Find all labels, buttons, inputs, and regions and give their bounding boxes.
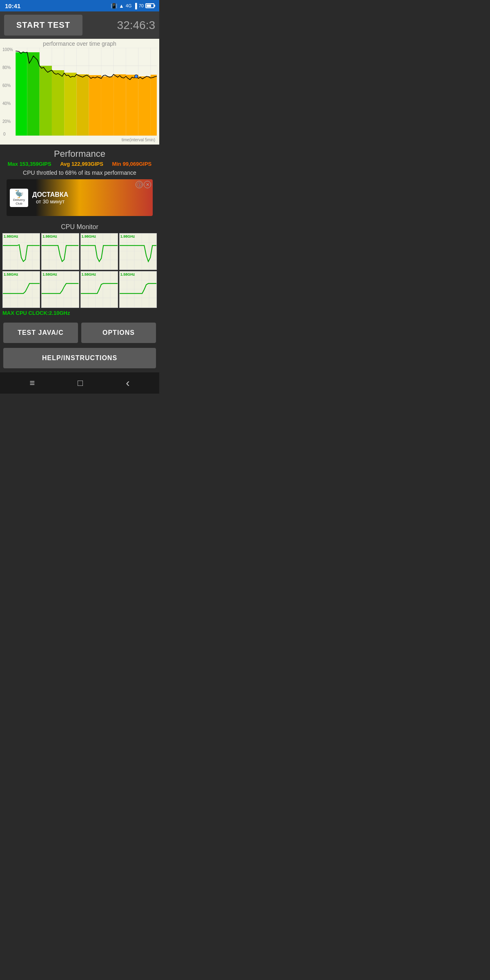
cpu-graph-6 [81,272,118,307]
bottom-buttons: TEST JAVA/C OPTIONS [0,320,159,345]
cpu-graph-0 [3,234,40,270]
svg-rect-34 [151,75,157,136]
stat-max: Max 153,359GIPS [8,161,51,167]
svg-rect-31 [114,74,126,136]
cpu-freq-1: 1.98GHz [42,234,57,238]
signal-bars-icon: ▐ [134,3,137,9]
cpu-graph-3 [120,234,156,270]
graph-container: 100% 80% 60% 40% 20% 0 [2,48,157,138]
svg-rect-76 [42,272,78,307]
cpu-cell-7: 1.58GHz [119,271,157,308]
cpu-cell-2: 1.98GHz [80,233,118,270]
cpu-cell-6: 1.58GHz [80,271,118,308]
max-cpu-clock: MAX CPU CLOCK:2.10GHz [2,309,157,318]
home-nav-icon[interactable]: □ [78,378,83,388]
ad-banner: 🦤 Delivery Club ДОСТАВКА от 30 минут ⓘ ✕ [7,179,153,216]
svg-rect-25 [40,66,52,136]
throttle-text: CPU throttled to 68% of its max performa… [3,169,156,176]
stat-avg: Avg 122,993GIPS [60,161,103,167]
performance-title: Performance [3,149,156,159]
svg-rect-44 [42,234,78,270]
svg-text:40%: 40% [2,101,11,106]
cpu-monitor-title: CPU Monitor [2,223,157,231]
cpu-graph-7 [120,272,156,307]
svg-rect-33 [138,76,151,136]
toolbar: START TEST 32:46:3 [0,11,159,39]
svg-rect-30 [101,76,114,136]
cpu-freq-6: 1.58GHz [82,272,96,276]
timer-display: 32:46:3 [117,19,155,32]
cpu-graph-4 [3,272,40,307]
ad-main-text: ДОСТАВКА [32,191,68,198]
ad-bird-icon: 🦤 [15,189,24,198]
options-button[interactable]: OPTIONS [81,323,156,343]
cpu-freq-7: 1.58GHz [120,272,135,276]
cpu-graph-1 [42,234,78,270]
help-btn-row: HELP/INSTRUCTIONS [0,348,159,372]
svg-rect-28 [76,74,89,136]
svg-text:80%: 80% [2,65,11,70]
svg-rect-29 [89,75,101,136]
cpu-freq-3: 1.98GHz [120,234,135,238]
status-time: 10:41 [5,2,20,9]
status-bar: 10:41 📳 ▲ 4G ▐ 70 [0,0,159,11]
test-java-c-button[interactable]: TEST JAVA/C [3,323,78,343]
performance-graph: 100% 80% 60% 40% 20% 0 [2,48,157,138]
svg-rect-27 [64,73,76,136]
graph-title: performance over time graph [2,40,157,47]
cpu-monitor-section: CPU Monitor 1.98GHz 1.98GHz [0,222,159,320]
svg-rect-92 [120,272,156,307]
wifi-icon: ▲ [119,3,124,9]
back-nav-icon[interactable]: ‹ [126,376,129,390]
svg-point-35 [135,75,138,78]
cpu-graph-2 [81,234,118,270]
battery-icon [145,3,154,8]
performance-stats: Max 153,359GIPS Avg 122,993GIPS Min 99,0… [3,161,156,167]
cpu-freq-4: 1.58GHz [4,272,18,276]
svg-rect-26 [52,70,64,136]
ad-close-button[interactable]: ✕ [144,181,151,188]
svg-rect-52 [81,234,118,270]
ad-close-area: ⓘ ✕ [136,181,151,188]
vibrate-icon: 📳 [111,3,117,9]
cpu-freq-2: 1.98GHz [82,234,96,238]
status-icons: 📳 ▲ 4G ▐ 70 [111,3,154,9]
ad-content: 🦤 Delivery Club ДОСТАВКА от 30 минут [7,179,153,216]
cpu-graph-5 [42,272,78,307]
graph-x-label: time(interval 5min) [2,138,157,142]
svg-text:60%: 60% [2,83,11,88]
ad-text-block: ДОСТАВКА от 30 минут [32,191,68,205]
cpu-cell-1: 1.98GHz [41,233,79,270]
cpu-cell-4: 1.58GHz [2,271,40,308]
svg-text:20%: 20% [2,119,11,124]
menu-nav-icon[interactable]: ≡ [29,378,35,388]
svg-rect-68 [3,272,40,307]
nav-bar: ≡ □ ‹ [0,372,159,394]
svg-text:100%: 100% [2,48,13,52]
cpu-top-row: 1.98GHz 1.98GHz [2,233,157,270]
help-instructions-button[interactable]: HELP/INSTRUCTIONS [3,348,156,368]
cpu-bottom-row: 1.58GHz 1.58GHz [2,271,157,308]
ad-logo-text: Delivery Club [10,198,28,206]
cpu-freq-0: 1.98GHz [4,234,18,238]
cpu-cell-5: 1.58GHz [41,271,79,308]
ad-sub-text: от 30 минут [32,198,68,205]
cpu-freq-5: 1.58GHz [42,272,57,276]
cpu-cell-0: 1.98GHz [2,233,40,270]
stat-min: Min 99,069GIPS [112,161,151,167]
svg-rect-23 [16,52,27,136]
svg-rect-36 [3,234,40,270]
ad-logo: 🦤 Delivery Club [10,189,28,207]
cpu-cell-3: 1.98GHz [119,233,157,270]
signal-icon: 4G [126,3,132,8]
svg-rect-32 [126,75,138,136]
performance-section: Performance Max 153,359GIPS Avg 122,993G… [0,145,159,222]
svg-rect-24 [27,52,39,136]
battery-text: 70 [139,3,144,8]
svg-text:0: 0 [3,132,6,136]
ad-info-button[interactable]: ⓘ [136,181,143,188]
start-test-button[interactable]: START TEST [4,15,82,36]
graph-section: performance over time graph 100% 80% [0,39,159,145]
